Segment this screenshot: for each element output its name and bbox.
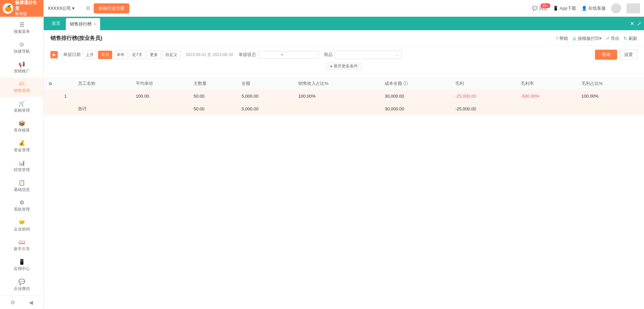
date-btns-group: 上月 本月 本年 近7天 更多 自定义 (83, 51, 180, 59)
footer-gross-rate (517, 102, 577, 115)
query-btn[interactable]: 查询 (595, 50, 617, 60)
window-close-icon[interactable]: ✕ (630, 20, 634, 27)
date-range-text: 2023-06-01 至 2023-06-30 (186, 52, 233, 58)
sidebar-item-inventory[interactable]: 📦 库存核算 (0, 117, 43, 137)
filter-toggle-btn[interactable]: ▶ (50, 51, 58, 58)
th-settings[interactable]: ⚙ (44, 77, 57, 90)
sidebar-item-search-orders[interactable]: ☰ 搜索菜单 (0, 18, 43, 38)
sidebar-item-system-mgmt[interactable]: ⚙ 系统管理 (0, 196, 43, 216)
sidebar-item-new-guide[interactable]: 📖 新手引导 (0, 236, 43, 255)
filter-row: ▶ 单据日期 上月 本月 本年 近7天 更多 自定义 (50, 50, 637, 60)
goods-filter-label: 商品 (324, 52, 333, 58)
app-download-icon: 📱 (553, 6, 558, 11)
app-download-btn[interactable]: 📱 App下载 (553, 5, 576, 11)
trial-btn[interactable]: 体验行业方案 (94, 3, 129, 13)
date-filter-label: 单据日期 (63, 52, 81, 58)
sidebar-collapse-icon[interactable]: ◀ (29, 299, 33, 306)
sidebar-item-finance[interactable]: 💰 资金管理 (0, 137, 43, 156)
message-btn[interactable]: 💬 消息 99+ (532, 5, 548, 11)
export-btn[interactable]: ↗ 导出 (606, 36, 619, 42)
table-footer: 合计 50.00 5,000.00 30,000.00 -25,000.00 (44, 102, 644, 115)
date-btn-more[interactable]: 更多 (147, 51, 161, 59)
status-filter-label: 单据状态 (239, 52, 256, 58)
sidebar-item-purchase-mgmt[interactable]: 🛒 采购管理 (0, 97, 43, 117)
sidebar-item-sales-mgmt[interactable]: 🏷 销售管理 (0, 78, 43, 97)
page-header: 销售排行榜(按业务员) ? 帮助 🖨 按模板打印 ▾ ↗ (44, 30, 644, 46)
topbar: XXXXX公司 ▾ ⚙ 体验行业方案 💬 消息 99+ 📱 App下载 👤 在线… (44, 0, 644, 17)
sidebar-item-enterprise-wechat[interactable]: 💬 企业微信 (0, 275, 43, 295)
row-main-qty: 50.00 (189, 90, 238, 102)
refresh-btn[interactable]: ↻ 刷新 (624, 36, 637, 42)
window-expand-icon[interactable]: ⤢ (637, 20, 641, 27)
status-select[interactable]: ▾ (258, 51, 318, 59)
tab-home[interactable]: 首页 (46, 17, 66, 30)
logo-text: 畅康通好生意 标准版 (15, 0, 41, 16)
row-settings (44, 90, 57, 102)
tab-close-icon[interactable]: × (94, 22, 96, 27)
sidebar-item-app-center[interactable]: 📱 应用中心 (0, 255, 43, 275)
sidebar-item-basic-info[interactable]: 📋 基础信息 (0, 176, 43, 196)
print-icon: 🖨 (572, 36, 576, 41)
company-name: XXXXX公司 (48, 5, 71, 11)
expand-more-btn[interactable]: ▾ 展开更多条件 (326, 62, 362, 70)
logo-icon: 🍊 (3, 3, 13, 14)
company-selector[interactable]: XXXXX公司 ▾ (48, 5, 75, 11)
date-btn-current-month[interactable]: 本月 (98, 51, 112, 59)
online-service-btn[interactable]: 👤 在线客服 (582, 5, 606, 11)
date-btn-7days[interactable]: 近7天 (129, 51, 145, 59)
purchase-mgmt-icon: 🛒 (18, 100, 25, 107)
user-avatar[interactable] (611, 3, 621, 13)
filter-area: ▶ 单据日期 上月 本月 本年 近7天 更多 自定义 (44, 46, 644, 74)
row-gross-profit: -25,000.00 (451, 90, 517, 102)
goods-select-dots: ··· (395, 52, 399, 57)
print-btn[interactable]: 🖨 按模板打印 (572, 36, 600, 42)
sidebar-logo: 🍊 畅康通好生意 标准版 (0, 0, 43, 17)
th-employee: 员工名称 (74, 77, 132, 90)
data-table: ⚙ 员工名称 平均单价 主数量 全额 销售收入占比% 成本全额 ⓘ 毛利 毛利率… (44, 77, 644, 115)
table-wrapper: ⚙ 员工名称 平均单价 主数量 全额 销售收入占比% 成本全额 ⓘ 毛利 毛利率… (44, 77, 644, 115)
tabbar: 首页 销售排行榜 × ✕ ⤢ (44, 17, 644, 30)
operations-icon: 📊 (18, 160, 25, 166)
sidebar-item-marketing[interactable]: 📢 营销推广 (0, 58, 43, 78)
th-rank (57, 77, 74, 90)
marketing-icon: 📢 (18, 61, 25, 67)
sidebar-footer: ⚙ ◀ (0, 296, 43, 309)
date-btn-current-year[interactable]: 本年 (114, 51, 128, 59)
sidebar-settings-icon[interactable]: ⚙ (10, 299, 15, 306)
sidebar-nav: ☰ 搜索菜单 ⊙ 快捷导航 📢 营销推广 🏷 销售管理 🛒 采购管理 📦 库存核… (0, 17, 43, 296)
footer-gross-pct (577, 102, 644, 115)
goods-select[interactable]: ··· (335, 51, 402, 59)
enterprise-wechat-icon: 💬 (18, 278, 25, 285)
footer-cost-amount: 30,000.00 (381, 102, 451, 115)
sidebar-item-operations[interactable]: 📊 经营管理 (0, 156, 43, 176)
row-rank: 1 (57, 90, 74, 102)
sidebar-item-enterprise-coop[interactable]: 🤝 企业协同 (0, 216, 43, 236)
th-amount: 全额 (238, 77, 294, 90)
user-name-badge[interactable] (627, 3, 640, 13)
print-dropdown-arrow[interactable]: ▾ (600, 36, 602, 41)
date-btn-prev-month[interactable]: 上月 (83, 51, 97, 59)
footer-avg-price (132, 102, 189, 115)
status-filter: 单据状态 ▾ (239, 51, 318, 59)
th-cost-amount: 成本全额 ⓘ (381, 77, 451, 90)
footer-row: 合计 50.00 5,000.00 30,000.00 -25,000.00 (44, 102, 644, 115)
content-area: 销售排行榜(按业务员) ? 帮助 🖨 按模板打印 ▾ ↗ (44, 30, 644, 309)
topbar-settings-icon[interactable]: ⚙ (86, 5, 90, 11)
row-sales-pct: 100.00% (294, 90, 381, 102)
help-btn[interactable]: ? 帮助 (556, 36, 568, 42)
message-icon: 💬 (532, 6, 538, 11)
date-btn-custom[interactable]: 自定义 (162, 51, 180, 59)
inventory-icon: 📦 (18, 120, 25, 126)
footer-label: 合计 (74, 102, 132, 115)
table-settings-btn[interactable]: 设置 (620, 50, 637, 60)
th-main-qty: 主数量 (189, 77, 238, 90)
table-header-row: ⚙ 员工名称 平均单价 主数量 全额 销售收入占比% 成本全额 ⓘ 毛利 毛利率… (44, 77, 644, 90)
main-area: XXXXX公司 ▾ ⚙ 体验行业方案 💬 消息 99+ 📱 App下载 👤 在线… (44, 0, 644, 309)
company-dropdown-icon: ▾ (72, 6, 75, 11)
help-icon: ? (556, 36, 558, 41)
sidebar-item-quick-nav[interactable]: ⊙ 快捷导航 (0, 38, 43, 58)
footer-settings-col (44, 102, 57, 115)
page-actions: ? 帮助 🖨 按模板打印 ▾ ↗ 导出 (556, 36, 637, 42)
tab-sales-ranking[interactable]: 销售排行榜 × (66, 18, 100, 30)
page-container: 销售排行榜(按业务员) ? 帮助 🖨 按模板打印 ▾ ↗ (44, 30, 644, 309)
